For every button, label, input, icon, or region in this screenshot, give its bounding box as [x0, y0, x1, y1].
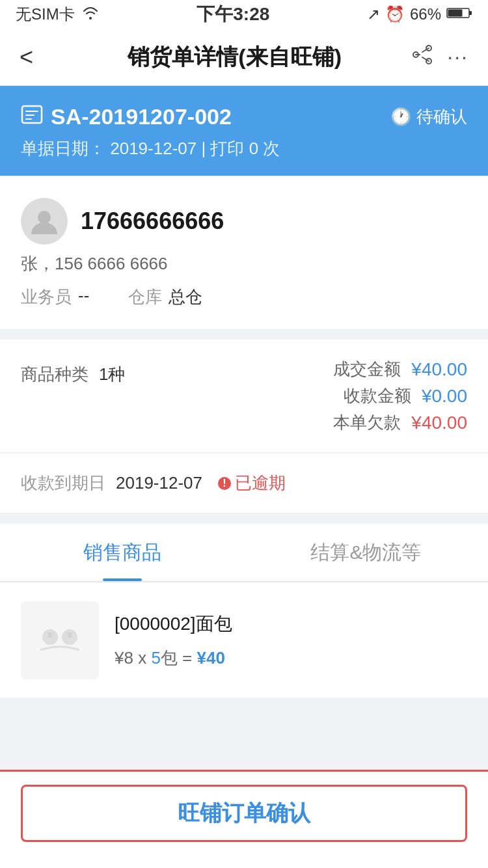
product-list: [0000002]面包 ¥8 x 5包 = ¥40 [0, 583, 488, 698]
summary-card: 商品种类 1种 成交金额 ¥40.00 收款金额 ¥0.00 本单欠款 ¥40.… [0, 340, 488, 452]
product-thumbnail [21, 601, 99, 679]
order-header: SA-20191207-002 🕐 待确认 单据日期： 2019-12-07 |… [0, 86, 488, 176]
summary-left: 商品种类 1种 [21, 358, 125, 391]
nav-actions: ··· [411, 43, 468, 71]
sales-label: 业务员 [21, 286, 72, 308]
product-price: ¥8 x [115, 648, 151, 668]
type-value: 1种 [99, 363, 125, 386]
back-button[interactable]: < [20, 44, 59, 71]
product-name: [0000002]面包 [115, 612, 467, 636]
battery-icon [446, 5, 472, 23]
svg-rect-1 [469, 11, 472, 15]
amount-value-2: ¥0.00 [422, 386, 467, 407]
product-unit: 包 [161, 648, 178, 668]
product-total: ¥40 [197, 648, 224, 668]
due-date-value: 2019-12-07 [116, 473, 202, 493]
svg-rect-2 [448, 10, 462, 17]
bottom-bar: 旺铺订单确认 [0, 770, 488, 868]
status-left: 无SIM卡 [16, 4, 100, 25]
due-label: 收款到期日 [21, 472, 105, 495]
tab-settlement-label: 结算&物流等 [310, 539, 421, 566]
battery-text: 66% [410, 5, 441, 23]
status-text: 待确认 [416, 105, 467, 128]
amount-value-3: ¥40.00 [411, 413, 467, 433]
tab-active-indicator [103, 578, 142, 581]
sales-value: -- [78, 286, 89, 308]
location-icon: ↗ [367, 5, 380, 23]
order-date: 单据日期： 2019-12-07 | 打印 0 次 [21, 137, 467, 160]
customer-meta: 业务员 -- 仓库 总仓 [21, 286, 467, 308]
customer-card: 17666666666 张，156 6666 6666 业务员 -- 仓库 总仓 [0, 177, 488, 329]
due-date-card: 收款到期日 2019-12-07 ! 已逾期 [0, 454, 488, 513]
tab-sales-products[interactable]: 销售商品 [0, 524, 244, 581]
product-qty: 5 [151, 648, 160, 668]
order-id-text: SA-20191207-002 [51, 104, 232, 129]
order-icon [21, 104, 43, 129]
warehouse-value: 总仓 [169, 286, 202, 308]
more-icon[interactable]: ··· [447, 45, 468, 69]
confirm-button[interactable]: 旺铺订单确认 [21, 785, 467, 842]
warehouse-label: 仓库 [128, 286, 162, 308]
order-status: 🕐 待确认 [390, 105, 467, 128]
alarm-icon: ⏰ [385, 5, 405, 23]
summary-right: 成交金额 ¥40.00 收款金额 ¥0.00 本单欠款 ¥40.00 [333, 358, 467, 434]
customer-name: 张，156 6666 6666 [21, 252, 467, 275]
tabs-container: 销售商品 结算&物流等 [0, 524, 488, 582]
product-equals: = [178, 648, 197, 668]
no-sim-text: 无SIM卡 [16, 4, 75, 25]
customer-avatar [21, 198, 68, 245]
svg-point-11 [67, 632, 72, 638]
amount-row-1: 成交金额 ¥40.00 [333, 358, 467, 381]
amount-row-2: 收款金额 ¥0.00 [344, 385, 467, 407]
product-price-row: ¥8 x 5包 = ¥40 [115, 647, 467, 670]
overdue-icon: ! [218, 477, 231, 490]
svg-point-7 [38, 211, 51, 224]
amount-label-3: 本单欠款 [333, 411, 401, 434]
amount-label-1: 成交金额 [333, 358, 401, 381]
tab-settlement[interactable]: 结算&物流等 [244, 524, 488, 581]
status-right: ↗ ⏰ 66% [367, 5, 472, 23]
type-label: 商品种类 [21, 363, 88, 386]
overdue-badge: ! 已逾期 [218, 472, 286, 495]
product-info: [0000002]面包 ¥8 x 5包 = ¥40 [115, 612, 467, 670]
status-bar: 无SIM卡 下午3:28 ↗ ⏰ 66% [0, 0, 488, 29]
wifi-icon [81, 5, 100, 23]
product-item: [0000002]面包 ¥8 x 5包 = ¥40 [0, 583, 488, 698]
amount-row-3: 本单欠款 ¥40.00 [333, 411, 467, 434]
customer-phone: 17666666666 [81, 208, 224, 235]
share-icon[interactable] [411, 43, 434, 71]
status-time: 下午3:28 [197, 2, 269, 27]
nav-bar: < 销货单详情(来自旺铺) ··· [0, 29, 488, 86]
overdue-text: 已逾期 [235, 472, 286, 495]
tab-sales-label: 销售商品 [83, 539, 161, 566]
clock-icon: 🕐 [390, 107, 411, 127]
order-id: SA-20191207-002 [21, 104, 232, 129]
amount-value-1: ¥40.00 [411, 359, 467, 380]
svg-point-10 [47, 632, 53, 638]
page-title: 销货单详情(来自旺铺) [128, 42, 342, 72]
amount-label-2: 收款金额 [344, 385, 411, 407]
